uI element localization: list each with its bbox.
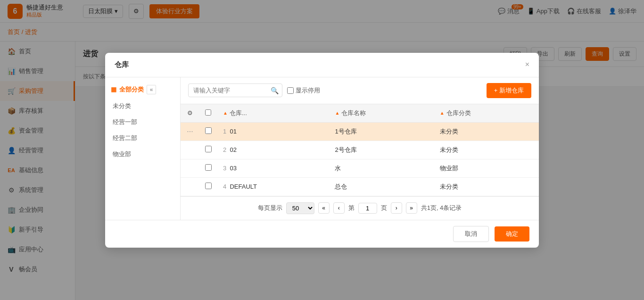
dialog-title: 仓库 [115, 60, 129, 69]
row-settings-2[interactable] [181, 141, 199, 159]
sidebar-category-dept2[interactable]: 经营二部 [105, 130, 180, 146]
all-category-label: 全部分类 [119, 85, 144, 94]
row-settings-4[interactable] [181, 177, 199, 196]
dialog-toolbar: 🔍 显示停用 + 新增仓库 [181, 77, 539, 104]
table-row[interactable]: ··· 1 01 1号仓库 未分类 [181, 122, 539, 141]
warehouse-table: ⚙ ▲ 仓库... [181, 104, 539, 196]
dialog-overlay: 仓库 × ▦ 全部分类 « 未分类 经营一部 [0, 0, 644, 300]
row-name-1: 1号仓库 [329, 122, 434, 141]
page-size-label: 每页显示 [258, 204, 282, 212]
dialog-close-button[interactable]: × [525, 60, 529, 69]
table-row[interactable]: 4 DEFAULT 总仓 未分类 [181, 177, 539, 196]
dialog-body: ▦ 全部分类 « 未分类 经营一部 经营二部 物业部 [105, 77, 539, 220]
search-wrap: 🔍 [188, 83, 282, 97]
add-warehouse-button[interactable]: + 新增仓库 [487, 83, 531, 98]
warehouse-table-wrap: ⚙ ▲ 仓库... [181, 104, 539, 196]
page-suffix: 页 [381, 204, 387, 212]
table-row[interactable]: 2 02 2号仓库 未分类 [181, 141, 539, 159]
row-checkbox-4[interactable] [205, 183, 212, 189]
page-size-select[interactable]: 50 10 20 100 [286, 202, 314, 214]
th-category[interactable]: ▲ 仓库分类 [434, 104, 539, 123]
last-page-btn[interactable]: » [406, 202, 417, 214]
show-disabled-checkbox[interactable] [287, 87, 294, 94]
row-num-2: 2 02 [217, 141, 329, 159]
th-settings[interactable]: ⚙ [181, 104, 199, 123]
row-category-3: 物业部 [434, 159, 539, 177]
row-checkbox-1[interactable] [205, 127, 212, 134]
row-num-4: 4 DEFAULT [217, 177, 329, 196]
row-settings-3[interactable] [181, 159, 199, 177]
row-num-1: 1 01 [217, 122, 329, 141]
search-input[interactable] [188, 83, 282, 97]
table-body: ··· 1 01 1号仓库 未分类 [181, 122, 539, 196]
page-label: 第 [348, 204, 355, 212]
row-name-4: 总仓 [329, 177, 434, 196]
confirm-button[interactable]: 确定 [495, 226, 529, 242]
row-settings[interactable]: ··· [181, 122, 199, 141]
dialog-sidebar-all[interactable]: ▦ 全部分类 « [105, 81, 180, 98]
select-all-checkbox[interactable] [205, 109, 211, 116]
dialog-main-panel: 🔍 显示停用 + 新增仓库 ⚙ [181, 77, 539, 220]
row-name-2: 2号仓库 [329, 141, 434, 159]
row-category-1: 未分类 [434, 122, 539, 141]
page-input[interactable] [358, 203, 377, 214]
dialog-footer: 取消 确定 [105, 220, 539, 248]
sidebar-category-dept1[interactable]: 经营一部 [105, 114, 180, 130]
next-page-btn[interactable]: › [391, 202, 402, 214]
row-num-3: 3 03 [217, 159, 329, 177]
sidebar-category-property[interactable]: 物业部 [105, 146, 180, 162]
table-row[interactable]: 3 03 水 物业部 [181, 159, 539, 177]
warehouse-dialog: 仓库 × ▦ 全部分类 « 未分类 经营一部 [105, 53, 539, 248]
sidebar-category-uncategorized[interactable]: 未分类 [105, 98, 180, 114]
dialog-sidebar: ▦ 全部分类 « 未分类 经营一部 经营二部 物业部 [105, 77, 181, 220]
dialog-header: 仓库 × [105, 53, 539, 77]
row-name-3: 水 [329, 159, 434, 177]
th-name[interactable]: ▲ 仓库名称 [329, 104, 434, 123]
row-category-4: 未分类 [434, 177, 539, 196]
show-disabled-label[interactable]: 显示停用 [287, 86, 320, 95]
row-checkbox-3[interactable] [205, 164, 212, 171]
row-category-2: 未分类 [434, 141, 539, 159]
th-code[interactable]: ▲ 仓库... [217, 104, 329, 123]
first-page-btn[interactable]: « [318, 202, 330, 214]
dialog-pagination: 每页显示 50 10 20 100 « ‹ 第 页 › » 共1页, 4条记录 [181, 196, 539, 220]
search-button[interactable]: 🔍 [271, 87, 279, 94]
prev-page-btn[interactable]: ‹ [333, 202, 345, 214]
table-header: ⚙ ▲ 仓库... [181, 104, 539, 123]
cancel-button[interactable]: 取消 [453, 226, 489, 242]
total-info: 共1页, 4条记录 [421, 204, 462, 212]
row-checkbox-2[interactable] [205, 146, 212, 152]
th-checkbox [199, 104, 217, 123]
collapse-btn[interactable]: « [147, 85, 156, 94]
